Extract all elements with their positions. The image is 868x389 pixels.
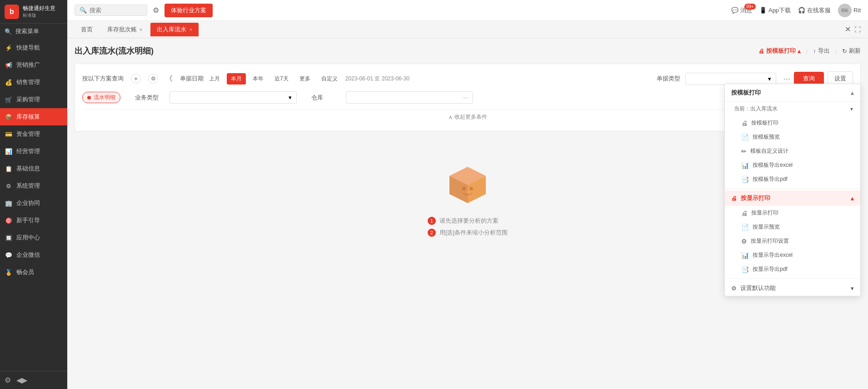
tip-text-1: 请先选择要分析的方案	[439, 217, 499, 225]
date-custom-btn[interactable]: 自定义	[317, 73, 342, 85]
filter-add-btn[interactable]: +	[131, 74, 141, 84]
default-function-label: 设置默认功能	[740, 284, 776, 292]
user-profile-btn[interactable]: RK Rit	[838, 4, 861, 17]
tip-num-2: 2	[428, 229, 436, 237]
expand-tabs-btn[interactable]: ⛶	[854, 26, 861, 33]
dropdown-item-display-export-pdf[interactable]: 📑 按显示导出pdf	[725, 262, 860, 276]
dropdown-item-display-preview[interactable]: 📄 按显示预览	[725, 220, 860, 234]
enterprise-icon: 🏢	[5, 199, 13, 207]
export-btn[interactable]: ↑ 导出	[813, 47, 830, 55]
print-dropdown-panel: 按模板打印 ▴ 当前：出入库流水 ▾ 🖨 按模板打印 📄 按模板预览 ✏ 模板自…	[724, 84, 861, 296]
date-last-month-btn[interactable]: 上月	[205, 73, 224, 85]
empty-tip-2: 2 用[选]条件来缩小分析范围	[428, 229, 508, 237]
dropdown-item-template-preview[interactable]: 📄 按模板预览	[725, 130, 860, 144]
sidebar-item-sales[interactable]: 💰 销售管理	[0, 74, 67, 91]
tab-batch-account-close[interactable]: ×	[140, 27, 142, 32]
sub-filter-label: 流水明细	[94, 94, 115, 101]
default-function-inner: ⚙ 设置默认功能	[731, 284, 776, 292]
sidebar-search-label: 搜索菜单	[15, 27, 39, 35]
topbar-search-input[interactable]	[90, 7, 142, 14]
warehouse-select[interactable]: ···	[346, 91, 473, 104]
action-separator-2: |	[835, 48, 837, 55]
dropdown-close-chevron[interactable]: ▴	[851, 90, 854, 96]
template-export-excel-label: 按模板导出excel	[753, 161, 793, 169]
tab-inventory-flow-close[interactable]: ×	[189, 27, 192, 32]
current-text: 当前：出入库流水	[734, 105, 778, 113]
app-center-icon: 🔲	[5, 234, 13, 242]
tab-inventory-flow-label: 出入库流水	[157, 25, 186, 34]
display-section-header-inner: 🖨 按显示打印	[731, 194, 770, 202]
warehouse-more-icon: ···	[463, 94, 468, 101]
filter-settings-btn[interactable]: ⚙	[148, 74, 158, 84]
print-template-label: 按模板打印	[766, 47, 796, 55]
app-name: 畅捷通好生意	[23, 5, 55, 12]
date-current-year-btn[interactable]: 本年	[249, 73, 268, 85]
sidebar-item-label: 企业微信	[16, 251, 40, 259]
sidebar-item-label: 营销推广	[16, 61, 40, 69]
business-type-select[interactable]: ▾	[170, 91, 297, 104]
online-service-btn[interactable]: 🎧 在线客服	[798, 6, 831, 15]
sidebar-item-purchase[interactable]: 🛒 采购管理	[0, 91, 67, 108]
sidebar-item-operations[interactable]: 📊 经营管理	[0, 143, 67, 160]
tip-num-1: 1	[428, 217, 436, 225]
sidebar-item-quick-nav[interactable]: ⚡ 快捷导航	[0, 39, 67, 56]
industry-btn[interactable]: 体验行业方案	[165, 4, 213, 17]
sidebar-item-app-center[interactable]: 🔲 应用中心	[0, 229, 67, 246]
bill-type-chevron-down-icon: ▾	[768, 75, 771, 82]
dropdown-item-display-print-settings[interactable]: ⚙ 按显示打印设置	[725, 234, 860, 248]
sidebar-item-inventory[interactable]: 📦 库存核算	[0, 108, 67, 125]
sidebar-item-enterprise[interactable]: 🏢 企业协同	[0, 194, 67, 212]
sidebar-item-system[interactable]: ⚙ 系统管理	[0, 177, 67, 194]
sidebar-item-label: 应用中心	[16, 234, 40, 242]
date-more-btn[interactable]: 更多	[295, 73, 314, 85]
dropdown-item-display-print[interactable]: 🖨 按显示打印	[725, 206, 860, 220]
sidebar-item-finance[interactable]: 💳 资金管理	[0, 125, 67, 143]
date-current-month-btn[interactable]: 本月	[227, 73, 246, 85]
sidebar-item-guide[interactable]: 🎯 新手引导	[0, 212, 67, 229]
dropdown-default-function[interactable]: ⚙ 设置默认功能 ▾	[725, 280, 860, 296]
footer-expand-icon[interactable]: ◀▶	[16, 376, 27, 384]
date-last-7-days-btn[interactable]: 近7天	[270, 73, 293, 85]
dropdown-item-template-design[interactable]: ✏ 模板自定义设计	[725, 144, 860, 158]
business-type-chevron-icon: ▾	[289, 94, 292, 101]
filter-collapse-icon[interactable]: 《	[165, 74, 173, 84]
dropdown-item-display-export-excel[interactable]: 📊 按显示导出excel	[725, 248, 860, 262]
display-preview-icon: 📄	[741, 224, 749, 231]
date-range-text: 2023-06-01 至 2023-06-30	[345, 75, 409, 83]
sidebar-item-basic-info[interactable]: 📋 基础信息	[0, 160, 67, 177]
tab-home[interactable]: 首页	[75, 23, 99, 36]
dropdown-item-template-export-pdf[interactable]: 📑 按模板导出pdf	[725, 172, 860, 186]
sidebar-item-label: 销售管理	[16, 78, 40, 86]
basic-info-icon: 📋	[5, 165, 13, 173]
app-download-btn[interactable]: 📱 App下载	[759, 6, 791, 15]
print-template-btn[interactable]: 🖨 按模板打印 ▴	[758, 47, 801, 55]
dropdown-display-section-header[interactable]: 🖨 按显示打印 ▴	[725, 190, 860, 206]
member-icon: 🏅	[5, 268, 13, 276]
sidebar-search[interactable]: 🔍 搜索菜单	[0, 24, 67, 39]
sidebar-item-label: 库存核算	[16, 113, 40, 121]
sidebar-item-marketing[interactable]: 📢 营销推广	[0, 56, 67, 74]
dropdown-item-template-export-excel[interactable]: 📊 按模板导出excel	[725, 158, 860, 172]
notification-btn[interactable]: 💬 消息 99+	[731, 6, 752, 15]
sidebar-item-wechat[interactable]: 💬 企业微信	[0, 246, 67, 264]
notification-badge: 99+	[744, 4, 756, 10]
collapse-label: 收起更多条件	[454, 113, 487, 121]
bill-type-select[interactable]: ▾	[685, 73, 776, 85]
sidebar-item-member[interactable]: 🏅 畅会员	[0, 264, 67, 281]
template-preview-label: 按模板预览	[753, 133, 780, 141]
export-icon: ↑	[813, 48, 816, 55]
footer-settings-icon[interactable]: ⚙	[5, 376, 11, 384]
sub-filter-tag[interactable]: 流水明细	[82, 92, 120, 103]
topbar-search-box[interactable]: 🔍	[75, 5, 147, 16]
tab-batch-account[interactable]: 库存批次账 ×	[101, 23, 149, 36]
tab-inventory-flow[interactable]: 出入库流水 ×	[150, 23, 198, 36]
close-all-tabs-btn[interactable]: ✕	[845, 25, 851, 34]
more-actions-icon[interactable]: ···	[783, 74, 790, 84]
current-chevron-down[interactable]: ▾	[850, 106, 853, 112]
refresh-btn[interactable]: ↻ 刷新	[842, 47, 861, 55]
topbar-gear-icon[interactable]: ⚙	[153, 6, 159, 15]
action-separator-1: |	[806, 48, 808, 55]
page-header: 出入库流水(流水明细) 🖨 按模板打印 ▴ | ↑ 导出 | ↻ 刷新	[75, 45, 861, 56]
print-chevron-up-icon: ▴	[798, 48, 801, 55]
dropdown-item-template-print[interactable]: 🖨 按模板打印	[725, 116, 860, 130]
